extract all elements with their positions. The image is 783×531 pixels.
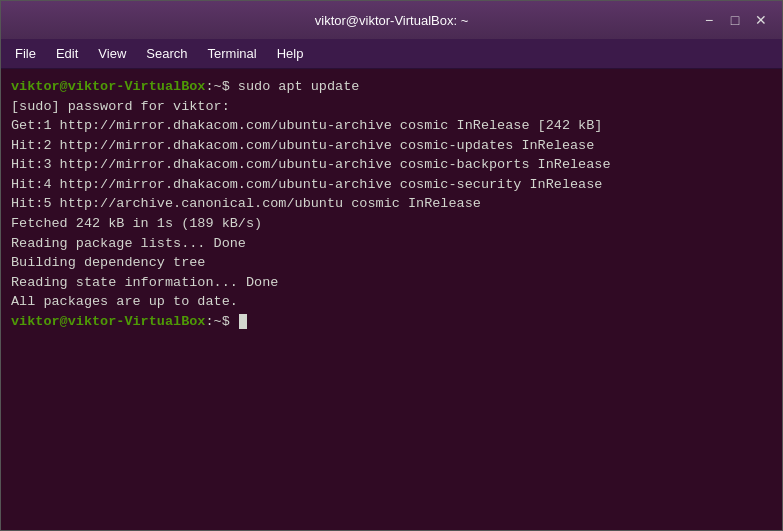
menu-terminal[interactable]: Terminal: [198, 42, 267, 65]
output-line10: Reading state information... Done: [11, 275, 278, 290]
prompt1-user: viktor@viktor-VirtualBox: [11, 79, 205, 94]
output-line5: Hit:4 http://mirror.dhakacom.com/ubuntu-…: [11, 177, 602, 192]
prompt2-suffix: :~$: [205, 314, 237, 329]
output-line9: Building dependency tree: [11, 255, 205, 270]
maximize-button[interactable]: □: [724, 9, 746, 31]
title-bar: viktor@viktor-VirtualBox: ~ − □ ✕: [1, 1, 782, 39]
output-line3: Hit:2 http://mirror.dhakacom.com/ubuntu-…: [11, 138, 594, 153]
output-line2: Get:1 http://mirror.dhakacom.com/ubuntu-…: [11, 118, 602, 133]
terminal-output: viktor@viktor-VirtualBox:~$ sudo apt upd…: [11, 77, 772, 331]
menu-view[interactable]: View: [88, 42, 136, 65]
output-line4: Hit:3 http://mirror.dhakacom.com/ubuntu-…: [11, 157, 611, 172]
output-password: [sudo] password for viktor:: [11, 99, 238, 114]
menu-search[interactable]: Search: [136, 42, 197, 65]
output-line11: All packages are up to date.: [11, 294, 238, 309]
menu-bar: File Edit View Search Terminal Help: [1, 39, 782, 69]
prompt1-command: sudo apt update: [238, 79, 360, 94]
terminal-body[interactable]: viktor@viktor-VirtualBox:~$ sudo apt upd…: [1, 69, 782, 530]
output-line8: Reading package lists... Done: [11, 236, 246, 251]
prompt1-suffix: :~$: [205, 79, 237, 94]
window-title: viktor@viktor-VirtualBox: ~: [315, 13, 468, 28]
close-button[interactable]: ✕: [750, 9, 772, 31]
terminal-cursor: [239, 314, 247, 329]
minimize-button[interactable]: −: [698, 9, 720, 31]
prompt2-user: viktor@viktor-VirtualBox: [11, 314, 205, 329]
menu-edit[interactable]: Edit: [46, 42, 88, 65]
output-line6: Hit:5 http://archive.canonical.com/ubunt…: [11, 196, 481, 211]
output-line7: Fetched 242 kB in 1s (189 kB/s): [11, 216, 262, 231]
menu-file[interactable]: File: [5, 42, 46, 65]
terminal-window: viktor@viktor-VirtualBox: ~ − □ ✕ File E…: [0, 0, 783, 531]
window-controls: − □ ✕: [698, 9, 772, 31]
menu-help[interactable]: Help: [267, 42, 314, 65]
